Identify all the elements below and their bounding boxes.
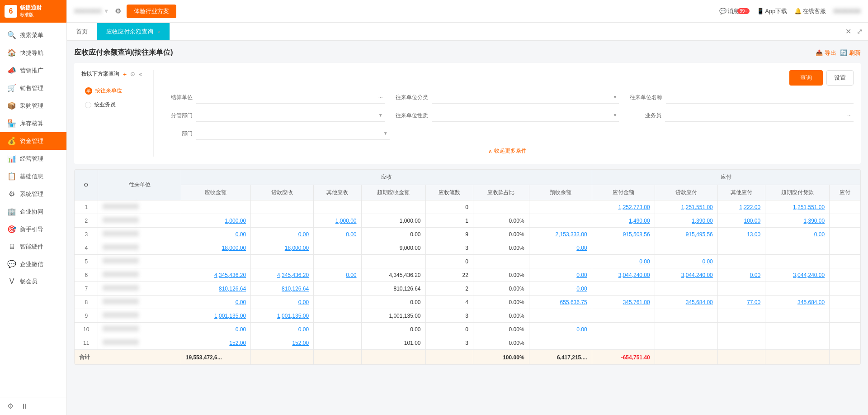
table-row: 7810,126.64810,126.64810,126.6420.00%0.0… [75,282,861,296]
table-row: 21,000.001,000.001,000.0010.00%1,490.001… [75,214,861,228]
search-field-settlement: 结算单位 ··· [161,91,385,104]
setting-btn[interactable]: 设置 [826,70,854,86]
td-unit [98,255,181,268]
td-unit [98,282,181,296]
table-row: 30.000.000.000.0090.00%2,153,333.00915,5… [75,228,861,241]
sidebar-item-operations[interactable]: 📊 经营管理 [0,150,66,167]
table-row: 500.000.00 [75,255,861,268]
message-icon: 💬 [719,8,726,14]
sidebar-item-hardware[interactable]: 🖥 智能硬件 [0,238,66,255]
th-recv-ratio: 应收款占比 [473,185,529,200]
dept-arrow: ▼ [383,131,390,136]
query-btn[interactable]: 查询 [789,70,823,86]
th-payable-group: 应付 [592,170,860,185]
breadcrumb-arrow: ▼ [104,8,109,14]
sidebar-item-search[interactable]: 🔍 搜索菜单 [0,26,66,44]
th-other-pay: 其他应付 [717,185,765,200]
online-service-section[interactable]: 🔔 在线客服 [794,7,826,15]
app-download-section[interactable]: 📱 App下载 [757,7,787,15]
td-unit [98,309,181,323]
unit-name-input[interactable] [666,94,854,100]
salesperson-dots: ··· [847,112,854,119]
td-unit [98,228,181,241]
method-by-staff[interactable]: 按业务员 [81,99,146,110]
method-settings-btn[interactable]: ⊙ [130,71,135,77]
megaphone-icon: 📣 [7,66,16,75]
sidebar-item-quicknav[interactable]: 🏠 快捷导航 [0,44,66,62]
export-btn[interactable]: 📤 导出 [816,49,836,57]
td-unit [98,241,181,255]
vip-icon: V [7,277,16,286]
th-settings[interactable]: ⚙ [75,170,98,200]
th-overdue-pay: 超期应付货款 [765,185,830,200]
settlement-unit-input[interactable] [196,94,378,100]
window-close-btn[interactable]: ✕ [844,25,853,38]
messages-section[interactable]: 💬 消息 99+ [719,7,750,15]
trial-btn[interactable]: 体验行业方案 [127,5,176,18]
search-panel: 按以下方案查询 + ⊙ « 单 按往来单位 按业务员 [74,63,861,164]
sidebar-item-sales[interactable]: 🛒 销售管理 [0,79,66,97]
search-field-row-3: 部门 ▼ [161,127,854,140]
dept-manager-arrow: ▼ [378,113,385,118]
add-method-btn[interactable]: + [123,71,127,78]
collapse-row[interactable]: ∧ 收起更多条件 [161,145,854,157]
settlement-unit-input-wrapper[interactable]: ··· [196,91,385,104]
method-collapse-btn[interactable]: « [139,71,142,77]
th-loan-pay: 贷款应付 [655,185,717,200]
window-expand-btn[interactable]: ⤢ [855,25,864,38]
method-by-unit[interactable]: 单 按往来单位 [81,85,146,96]
dept-manager-wrapper[interactable]: ▼ [196,109,385,122]
search-label-row: 按以下方案查询 + ⊙ « [81,70,146,78]
dept-manager-input[interactable] [196,112,378,119]
sidebar-item-purchase[interactable]: 📦 采购管理 [0,97,66,114]
td-unit [98,200,181,214]
refresh-btn[interactable]: 🔄 刷新 [840,49,861,57]
sidebar-item-wechat[interactable]: 💬 企业微信 [0,255,66,273]
data-table: ⚙ 往来单位 应收 应付 应收金额 贷款应收 其他应收 超期应收金额 应收笔数 … [74,169,861,365]
sidebar-item-system[interactable]: ⚙ 系统管理 [0,185,66,203]
sidebar-item-inventory[interactable]: 🏪 库存核算 [0,114,66,132]
th-recv-amt: 应收金额 [181,185,250,200]
sidebar-item-vip[interactable]: V 畅会员 [0,273,66,290]
table-row: 80.000.000.0040.00%655,636.75345,761.003… [75,296,861,309]
user-name[interactable]: XXXXXXX [833,8,861,14]
unit-nature-input[interactable] [432,112,613,119]
unit-nature-arrow: ▼ [613,113,619,118]
th-other-recv: 其他应收 [314,185,361,200]
refresh-icon: 🔄 [840,49,847,56]
sidebar-settings-icon[interactable]: ⚙ [7,402,14,410]
salesperson-input[interactable] [665,112,847,119]
sidebar-collapse-icon[interactable]: ⏸ [21,402,28,410]
header-gear-icon[interactable]: ⚙ [115,7,121,15]
table-settings-icon: ⚙ [84,182,89,188]
sidebar-item-marketing[interactable]: 📣 营销推广 [0,62,66,79]
store-icon: 🏪 [7,119,16,128]
unit-name-wrapper[interactable] [666,91,854,104]
table-row: 100.000.000.0000.00%0.00 [75,323,861,336]
table-row: 91,001,135.001,001,135.001,001,135.0030.… [75,309,861,323]
search-method-label: 按以下方案查询 [81,70,119,78]
th-loan-recv: 贷款应收 [251,185,314,200]
dept-input[interactable] [196,130,383,137]
unit-category-input[interactable] [432,94,613,100]
page-title-bar: 应收应付余额查询(按往来单位) 📤 导出 🔄 刷新 [74,48,861,57]
sidebar-item-guide[interactable]: 🎯 新手引导 [0,220,66,238]
salesperson-wrapper[interactable]: ··· [665,109,854,122]
th-pay-tail: 应付 [830,185,861,200]
tab-close-btn[interactable]: × [158,29,160,34]
td-unit [98,296,181,309]
unit-nature-wrapper[interactable]: ▼ [432,109,619,122]
search-field-unit-name: 往来单位名称 [630,91,854,104]
tab-receivable[interactable]: 应收应付余额查询 × [97,23,170,40]
clipboard-icon: 📋 [7,172,16,181]
tab-home[interactable]: 首页 [67,23,97,40]
dept-wrapper[interactable]: ▼ [196,127,390,140]
app-name: 畅捷通财 [20,5,42,12]
unit-category-wrapper[interactable]: ▼ [432,91,619,104]
sidebar-item-basicinfo[interactable]: 📋 基础信息 [0,167,66,185]
sidebar-item-enterprise[interactable]: 🏢 企业协同 [0,203,66,220]
sidebar-item-finance[interactable]: 💰 资金管理 [0,132,66,150]
search-icon: 🔍 [7,31,16,39]
method-staff-radio [85,102,91,108]
table-col-header: 应收金额 贷款应收 其他应收 超期应收金额 应收笔数 应收款占比 预收余额 应付… [75,185,861,200]
